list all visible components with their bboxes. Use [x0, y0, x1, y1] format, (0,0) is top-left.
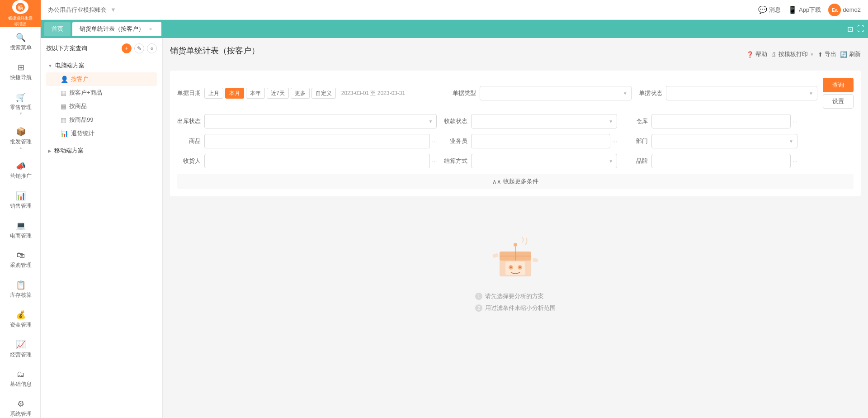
- out-status-select[interactable]: ▼: [204, 114, 437, 128]
- help-btn[interactable]: ❓ 帮助: [746, 50, 767, 58]
- avatar: Ea: [828, 4, 841, 16]
- settlement-control: ▼: [471, 154, 617, 168]
- sidebar-inventory-label: 库存核算: [10, 291, 32, 299]
- sidebar-search-label: 搜索菜单: [10, 44, 32, 52]
- date-btn-this-year[interactable]: 本年: [246, 88, 265, 99]
- desktop-category-header[interactable]: ▼ 电脑端方案: [46, 59, 157, 72]
- user-profile-btn[interactable]: Ea demo2: [828, 4, 861, 16]
- receipt-status-arrow: ▼: [609, 119, 613, 124]
- window-restore-btn[interactable]: ⊡: [846, 25, 854, 33]
- receiver-input[interactable]: [204, 154, 430, 168]
- date-btn-this-month[interactable]: 本月: [225, 88, 244, 99]
- order-type-select[interactable]: ▼: [480, 86, 631, 100]
- date-range-text: 2023-03-01 至 2023-03-31: [341, 90, 405, 97]
- sidebar: 畅 畅捷通好生意 标报版 🔍 搜索菜单 ⊞ 快捷导航 🛒 零售管理 ▼ 📦 批发…: [0, 0, 41, 418]
- print-btn[interactable]: 🖨 按模板打印 ▼: [771, 50, 814, 58]
- filter-row-2: 出库状态 ▼ 收款状态: [177, 114, 854, 128]
- finance-icon: 💰: [16, 310, 26, 320]
- goods-label: 商品: [177, 137, 204, 145]
- brand-dots[interactable]: ···: [793, 158, 797, 165]
- scheme-edit-btn[interactable]: ✎: [134, 43, 144, 53]
- settings-button[interactable]: 设置: [823, 94, 854, 109]
- app-download-btn[interactable]: 📱 App下载: [788, 5, 821, 14]
- filter-salesperson-item: 业务员 ···: [444, 134, 617, 148]
- goods-dots[interactable]: ···: [432, 138, 437, 145]
- sidebar-operation-label: 经营管理: [10, 351, 32, 359]
- warehouse-label: 仓库: [624, 117, 651, 125]
- scheme-item-return[interactable]: 📊 退货统计: [46, 127, 157, 140]
- scheme-collapse-btn[interactable]: «: [147, 43, 157, 53]
- order-status-select[interactable]: ▼: [666, 86, 817, 100]
- breadcrumb-arrow: ▼: [110, 6, 116, 13]
- sidebar-item-shortcut[interactable]: ⊞ 快捷导航: [0, 57, 40, 87]
- logo-icon: 畅: [12, 0, 28, 14]
- scheme-panel-title: 按以下方案查询: [46, 44, 87, 52]
- message-btn[interactable]: 💬 消息: [758, 5, 781, 14]
- logo-tag: 标报版: [14, 21, 26, 27]
- filter-receiver-item: 收货人 ···: [177, 154, 437, 168]
- refresh-btn[interactable]: 🔄 刷新: [840, 50, 861, 58]
- sidebar-item-retail[interactable]: 🛒 零售管理 ▼: [0, 87, 40, 121]
- sidebar-item-search[interactable]: 🔍 搜索菜单: [0, 27, 40, 57]
- sidebar-item-ecommerce[interactable]: 💻 电商管理: [0, 215, 40, 245]
- date-btn-more[interactable]: 更多: [291, 88, 310, 99]
- empty-tips: 1 请先选择要分析的方案 2 用过滤条件来缩小分析范围: [475, 290, 556, 314]
- sidebar-item-inventory[interactable]: 📋 库存核算: [0, 275, 40, 304]
- mobile-category-header[interactable]: ▶ 移动端方案: [46, 144, 157, 157]
- receiver-dots[interactable]: ···: [432, 158, 437, 165]
- collapse-up-icon: ∧∧: [492, 178, 501, 185]
- brand-input-area: ···: [651, 154, 797, 168]
- sidebar-item-operation[interactable]: 📈 经营管理: [0, 334, 40, 364]
- mobile-category: ▶ 移动端方案: [41, 142, 162, 159]
- window-maximize-btn[interactable]: ⛶: [857, 25, 864, 33]
- mobile-arrow-icon: ▶: [48, 148, 52, 153]
- sidebar-item-sales[interactable]: 📊 销售管理: [0, 185, 40, 215]
- receipt-status-select[interactable]: ▼: [471, 114, 617, 128]
- date-btn-custom[interactable]: 自定义: [311, 88, 336, 99]
- sidebar-item-wholesale[interactable]: 📦 批发管理 ▲: [0, 121, 40, 156]
- scheme-item-product99-label: 按商品99: [69, 116, 93, 124]
- customer-product-icon: ▦: [61, 89, 66, 96]
- product-icon: ▦: [61, 103, 66, 110]
- collapse-bar[interactable]: ∧∧ 收起更多条件: [177, 174, 854, 189]
- settlement-select[interactable]: ▼: [471, 154, 617, 168]
- warehouse-dots[interactable]: ···: [793, 118, 797, 125]
- warehouse-input[interactable]: [651, 114, 791, 128]
- scheme-add-btn[interactable]: +: [122, 43, 132, 53]
- scheme-item-product99[interactable]: ▦ 按商品99: [46, 113, 157, 127]
- sidebar-basic-label: 基础信息: [10, 380, 32, 388]
- salesperson-label: 业务员: [444, 137, 471, 145]
- warehouse-input-area: ···: [651, 114, 797, 128]
- date-btn-last-month[interactable]: 上月: [204, 88, 223, 99]
- department-select[interactable]: ▼: [651, 134, 797, 148]
- salesperson-dots[interactable]: ···: [612, 138, 617, 145]
- tab-home-label: 首页: [52, 25, 63, 33]
- tab-report[interactable]: 销货单统计表（按客户） ×: [72, 22, 161, 36]
- export-btn[interactable]: ⬆ 导出: [818, 50, 836, 58]
- sidebar-item-basic[interactable]: 🗂 基础信息: [0, 364, 40, 394]
- svg-rect-6: [505, 261, 525, 275]
- out-status-arrow: ▼: [428, 119, 433, 124]
- sidebar-item-marketing[interactable]: 📣 营销推广: [0, 156, 40, 185]
- scheme-item-customer-product[interactable]: ▦ 按客户+商品: [46, 86, 157, 100]
- basic-icon: 🗂: [17, 370, 25, 379]
- product99-icon: ▦: [61, 116, 66, 124]
- date-btn-7days[interactable]: 近7天: [267, 88, 289, 99]
- scheme-item-by-product[interactable]: ▦ 按商品: [46, 100, 157, 113]
- scheme-item-by-customer[interactable]: 👤 按客户: [46, 72, 157, 86]
- salesperson-input[interactable]: [471, 134, 610, 148]
- help-label: 帮助: [755, 50, 767, 58]
- system-icon: ⚙: [17, 399, 24, 409]
- sidebar-item-system[interactable]: ⚙ 系统管理: [0, 394, 40, 418]
- tab-close-btn[interactable]: ×: [147, 25, 154, 33]
- svg-text:畅: 畅: [18, 5, 23, 11]
- desktop-category: ▼ 电脑端方案 👤 按客户 ▦ 按客户+商品 ▦ 按商品 ▦ 按商品99: [41, 57, 162, 142]
- query-button[interactable]: 查询: [823, 78, 854, 92]
- settlement-label: 结算方式: [444, 157, 471, 165]
- goods-input[interactable]: [204, 134, 430, 148]
- brand-input[interactable]: [651, 154, 791, 168]
- sidebar-item-purchase[interactable]: 🛍 采购管理: [0, 245, 40, 275]
- sidebar-item-finance[interactable]: 💰 资金管理: [0, 304, 40, 334]
- tab-home[interactable]: 首页: [44, 22, 71, 36]
- settlement-arrow: ▼: [609, 159, 613, 164]
